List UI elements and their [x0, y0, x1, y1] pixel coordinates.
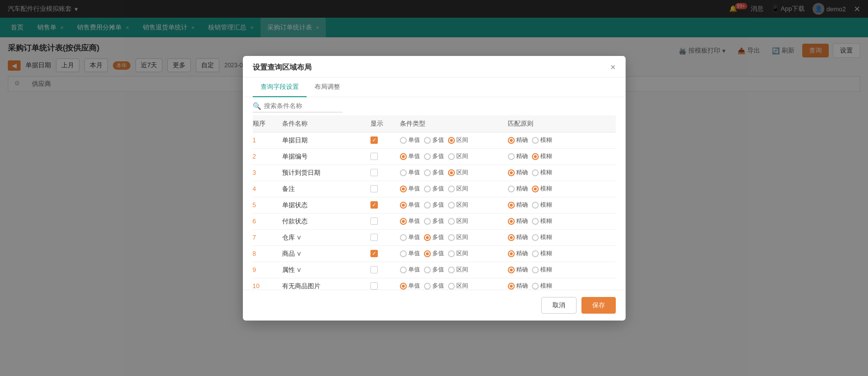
radio-circle — [532, 202, 539, 209]
match-type-radio[interactable]: 精确 — [508, 201, 528, 209]
cond-type-radio[interactable]: 区间 — [448, 136, 468, 144]
row-condition-name: 有无商品图片 — [282, 282, 370, 290]
radio-label: 精确 — [516, 233, 528, 242]
match-type-radio[interactable]: 模糊 — [532, 185, 552, 193]
radio-circle — [424, 234, 431, 241]
row-checkbox[interactable] — [370, 234, 378, 241]
row-checkbox[interactable] — [370, 217, 378, 225]
cond-type-radio[interactable]: 区间 — [448, 168, 468, 177]
match-type-radio[interactable]: 模糊 — [532, 201, 552, 209]
cond-type-radio[interactable]: 区间 — [448, 152, 468, 161]
cond-type-radio[interactable]: 区间 — [448, 249, 468, 258]
radio-circle — [532, 218, 539, 225]
cond-type-radio[interactable]: 单值 — [400, 201, 420, 209]
cond-type-radio[interactable]: 多值 — [424, 266, 444, 274]
radio-label: 区间 — [456, 217, 468, 225]
radio-circle — [508, 169, 515, 176]
radio-circle — [400, 218, 407, 225]
match-type-radio[interactable]: 精确 — [508, 233, 528, 242]
cond-type-radio[interactable]: 区间 — [448, 185, 468, 193]
radio-circle — [532, 267, 539, 273]
cond-type-radio[interactable]: 单值 — [400, 217, 420, 225]
radio-circle — [448, 234, 455, 241]
radio-label: 模糊 — [540, 282, 552, 290]
radio-label: 多值 — [432, 233, 444, 242]
cond-type-radio[interactable]: 多值 — [424, 217, 444, 225]
cond-type-radio[interactable]: 单值 — [400, 266, 420, 274]
dialog-close-button[interactable]: × — [610, 63, 616, 72]
row-cond-type: 单值多值区间 — [400, 249, 508, 258]
match-type-radio[interactable]: 模糊 — [532, 266, 552, 274]
radio-label: 多值 — [432, 249, 444, 258]
cond-type-radio[interactable]: 单值 — [400, 168, 420, 177]
row-checkbox[interactable] — [370, 169, 378, 176]
row-checkbox[interactable] — [370, 282, 378, 290]
dialog-table-header: 顺序 条件名称 显示 条件类型 匹配原则 — [253, 115, 616, 133]
cond-type-radio[interactable]: 单值 — [400, 152, 420, 161]
radio-label: 区间 — [456, 168, 468, 177]
row-checkbox[interactable] — [370, 153, 378, 160]
match-type-radio[interactable]: 精确 — [508, 249, 528, 258]
cond-type-radio[interactable]: 多值 — [424, 249, 444, 258]
cond-type-radio[interactable]: 区间 — [448, 233, 468, 242]
row-cond-type: 单值多值区间 — [400, 233, 508, 242]
radio-label: 多值 — [432, 185, 444, 193]
match-type-radio[interactable]: 模糊 — [532, 282, 552, 290]
cond-type-radio[interactable]: 单值 — [400, 136, 420, 144]
row-num: 2 — [253, 153, 282, 160]
row-checkbox[interactable] — [370, 266, 378, 273]
cond-type-radio[interactable]: 单值 — [400, 233, 420, 242]
match-type-radio[interactable]: 精确 — [508, 168, 528, 177]
radio-circle — [424, 137, 431, 144]
radio-circle — [448, 137, 455, 144]
cond-type-radio[interactable]: 区间 — [448, 282, 468, 290]
row-checkbox[interactable] — [370, 185, 378, 192]
radio-circle — [508, 186, 515, 192]
cond-type-radio[interactable]: 多值 — [424, 152, 444, 161]
radio-label: 模糊 — [540, 152, 552, 161]
radio-label: 多值 — [432, 136, 444, 144]
cond-type-radio[interactable]: 多值 — [424, 201, 444, 209]
radio-circle — [424, 153, 431, 160]
match-type-radio[interactable]: 精确 — [508, 185, 528, 193]
cond-type-radio[interactable]: 单值 — [400, 249, 420, 258]
save-button[interactable]: 保存 — [581, 297, 616, 314]
match-type-radio[interactable]: 精确 — [508, 217, 528, 225]
match-type-radio[interactable]: 模糊 — [532, 152, 552, 161]
table-row: 8商品 ∨单值多值区间精确模糊 — [253, 246, 616, 262]
radio-label: 精确 — [516, 266, 528, 274]
cond-type-radio[interactable]: 多值 — [424, 185, 444, 193]
cond-type-radio[interactable]: 多值 — [424, 136, 444, 144]
radio-label: 单值 — [408, 249, 420, 258]
match-type-radio[interactable]: 精确 — [508, 136, 528, 144]
row-checkbox[interactable] — [370, 250, 378, 257]
match-type-radio[interactable]: 精确 — [508, 266, 528, 274]
match-type-radio[interactable]: 精确 — [508, 282, 528, 290]
row-checkbox[interactable] — [370, 136, 378, 144]
search-input[interactable] — [264, 102, 342, 109]
row-checkbox[interactable] — [370, 201, 378, 209]
dialog-tab-layout[interactable]: 布局调整 — [307, 78, 348, 97]
cond-type-radio[interactable]: 单值 — [400, 185, 420, 193]
dialog-tab-query-fields[interactable]: 查询字段设置 — [253, 78, 307, 97]
cancel-button[interactable]: 取消 — [541, 297, 577, 314]
row-condition-name: 付款状态 — [282, 217, 370, 226]
cond-type-radio[interactable]: 多值 — [424, 233, 444, 242]
radio-circle — [508, 137, 515, 144]
radio-label: 单值 — [408, 168, 420, 177]
cond-type-radio[interactable]: 单值 — [400, 282, 420, 290]
cond-type-radio[interactable]: 区间 — [448, 217, 468, 225]
match-type-radio[interactable]: 精确 — [508, 152, 528, 161]
cond-type-radio[interactable]: 多值 — [424, 168, 444, 177]
match-type-radio[interactable]: 模糊 — [532, 136, 552, 144]
match-type-radio[interactable]: 模糊 — [532, 249, 552, 258]
match-type-radio[interactable]: 模糊 — [532, 168, 552, 177]
table-row: 6付款状态单值多值区间精确模糊 — [253, 214, 616, 230]
row-match-type: 精确模糊 — [508, 233, 616, 242]
match-type-radio[interactable]: 模糊 — [532, 217, 552, 225]
cond-type-radio[interactable]: 区间 — [448, 266, 468, 274]
cond-type-radio[interactable]: 多值 — [424, 282, 444, 290]
match-type-radio[interactable]: 模糊 — [532, 233, 552, 242]
cond-type-radio[interactable]: 区间 — [448, 201, 468, 209]
radio-circle — [424, 267, 431, 273]
